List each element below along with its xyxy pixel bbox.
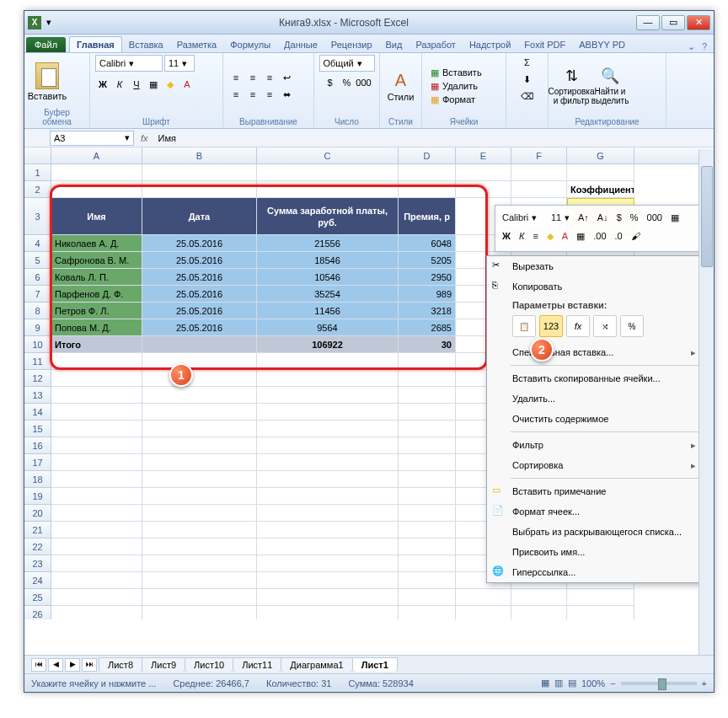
row-head[interactable]: 23 [24, 555, 51, 572]
cell-date[interactable]: 25.05.2016 [142, 252, 257, 269]
tab-review[interactable]: Рецензир [324, 37, 379, 52]
ctx-delete[interactable]: Удалить... [487, 388, 703, 409]
scrollbar-thumb[interactable] [701, 166, 713, 267]
mt-comma[interactable]: 000 [644, 209, 666, 226]
cell-salary[interactable]: 10546 [257, 269, 399, 286]
row-head[interactable]: 5 [24, 252, 51, 269]
tab-layout[interactable]: Разметка [170, 37, 224, 52]
col-A[interactable]: A [51, 147, 142, 163]
bold-button[interactable]: Ж [95, 77, 110, 92]
mt-border2[interactable]: ▦ [573, 228, 588, 244]
mt-shrink[interactable]: A↓ [594, 209, 612, 226]
cell-bonus[interactable]: 5205 [399, 252, 456, 269]
mt-dec[interactable]: .00 [590, 228, 609, 244]
view-normal-icon[interactable]: ▦ [541, 678, 549, 689]
row-head[interactable]: 24 [24, 572, 51, 589]
col-B[interactable]: B [142, 147, 257, 163]
col-C[interactable]: C [257, 147, 399, 163]
tab-foxit[interactable]: Foxit PDF [517, 37, 572, 52]
cell-date[interactable]: 25.05.2016 [142, 286, 257, 303]
paste-opt-formulas[interactable]: fx [566, 315, 590, 337]
border-button[interactable]: ▦ [146, 77, 161, 92]
zoom-out[interactable]: − [610, 678, 615, 689]
autosum-button[interactable]: Σ [520, 55, 535, 70]
cell-bonus[interactable]: 2685 [399, 319, 456, 336]
zoom-level[interactable]: 100% [581, 678, 605, 689]
cells-delete[interactable]: ▦Удалить [427, 80, 485, 93]
col-G[interactable]: G [567, 147, 634, 163]
font-color-button[interactable]: A [179, 77, 195, 92]
align-left[interactable]: ≡ [228, 87, 244, 102]
row-2[interactable]: 2 [24, 181, 51, 198]
italic-button[interactable]: К [112, 77, 127, 92]
tab-insert[interactable]: Вставка [122, 37, 170, 52]
zoom-slider[interactable] [621, 682, 697, 685]
clear-button[interactable]: ⌫ [520, 88, 535, 104]
sheet-tab-active[interactable]: Лист1 [352, 657, 398, 672]
cell-date[interactable]: 25.05.2016 [142, 235, 257, 252]
close-button[interactable]: ✕ [687, 15, 710, 30]
mt-format-painter[interactable]: 🖌 [628, 228, 644, 244]
number-format-combo[interactable]: Общий▾ [319, 55, 375, 72]
sheet-tab[interactable]: Лист10 [185, 657, 233, 672]
zoom-in[interactable]: + [702, 678, 707, 689]
ribbon-minimize-icon[interactable]: ⌄ [688, 41, 695, 52]
row-head[interactable]: 4 [24, 235, 51, 252]
row-head[interactable]: 21 [24, 522, 51, 538]
align-top[interactable]: ≡ [228, 70, 244, 85]
col-F[interactable]: F [511, 147, 567, 163]
wrap-button[interactable]: ↩ [279, 70, 294, 85]
tab-developer[interactable]: Разработ [409, 37, 462, 52]
align-center[interactable]: ≡ [245, 87, 260, 102]
cell-name[interactable]: Попова М. Д. [51, 319, 142, 336]
header-salary[interactable]: Сумма заработной платы, руб. [257, 198, 399, 235]
ctx-special-paste[interactable]: Специальная вставка...▸ [487, 342, 703, 362]
row-head[interactable]: 17 [24, 454, 51, 471]
paste-button[interactable]: Вставить [29, 58, 65, 105]
underline-button[interactable]: Ч [129, 77, 144, 92]
ctx-filter[interactable]: Фильтр▸ [487, 435, 703, 455]
cell-total-sal[interactable]: 106922 [257, 336, 399, 353]
tab-view[interactable]: Вид [379, 37, 410, 52]
cell-salary[interactable]: 35254 [257, 286, 399, 303]
ctx-dropdown[interactable]: Выбрать из раскрывающегося списка... [487, 522, 703, 542]
row-head[interactable]: 26 [24, 606, 51, 619]
mt-italic[interactable]: К [516, 228, 527, 244]
row-head[interactable]: 18 [24, 471, 51, 488]
tab-addins[interactable]: Надстрой [463, 37, 517, 52]
select-all-corner[interactable] [24, 147, 51, 163]
maximize-button[interactable]: ▭ [661, 15, 685, 30]
sheet-tab[interactable]: Диаграмма1 [281, 657, 352, 672]
row-head[interactable]: 19 [24, 488, 51, 505]
formula-input[interactable]: Имя [155, 133, 714, 143]
row-3[interactable]: 3 [24, 198, 51, 235]
sheet-tab[interactable]: Лист8 [99, 657, 142, 672]
sheet-tab[interactable]: Лист9 [142, 657, 185, 672]
header-name[interactable]: Имя [51, 198, 142, 235]
ctx-sort[interactable]: Сортировка▸ [487, 455, 703, 475]
align-bot[interactable]: ≡ [262, 70, 277, 85]
cell-total-label[interactable]: Итого [51, 336, 142, 353]
row-head[interactable]: 7 [24, 286, 51, 303]
row-head[interactable]: 8 [24, 303, 51, 319]
comma-button[interactable]: 000 [356, 75, 372, 90]
ctx-hyperlink[interactable]: 🌐Гиперссылка... [487, 562, 703, 582]
sheet-nav-last[interactable]: ⏭ [82, 658, 97, 672]
cell-total-pr[interactable]: 30 [399, 336, 456, 353]
mt-size[interactable]: 11▾ [548, 209, 573, 226]
paste-opt-all[interactable]: 📋 [512, 315, 536, 337]
row-1[interactable]: 1 [24, 164, 51, 181]
row-10[interactable]: 10 [24, 336, 51, 353]
percent-button[interactable]: % [340, 75, 355, 90]
styles-button[interactable]: AСтили [385, 62, 416, 110]
cell-name[interactable]: Коваль Л. П. [51, 269, 142, 286]
find-select-button[interactable]: 🔍Найти и выделить [592, 62, 628, 110]
row-head[interactable]: 20 [24, 505, 51, 522]
row-head[interactable]: 6 [24, 269, 51, 286]
row-head[interactable]: 15 [24, 421, 51, 437]
sheet-nav-next[interactable]: ▶ [65, 658, 80, 672]
sheet-nav-first[interactable]: ⏮ [31, 658, 46, 672]
row-head[interactable]: 16 [24, 437, 51, 454]
cell-date[interactable]: 25.05.2016 [142, 319, 257, 336]
mt-percent[interactable]: % [627, 209, 642, 226]
